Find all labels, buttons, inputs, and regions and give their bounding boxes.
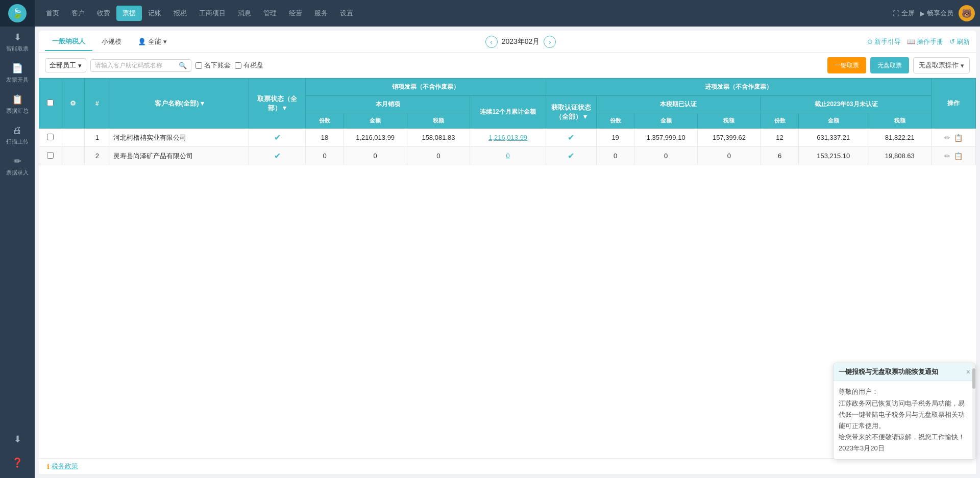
- row-checkbox-cell[interactable]: [39, 147, 62, 165]
- tab-nav-center: ‹ 2023年02月 ›: [485, 36, 556, 48]
- notification-title: 一键报税与无盘取票功能恢复通知: [839, 367, 938, 376]
- nav-operation[interactable]: 经营: [283, 6, 308, 21]
- row-nv-count: 6: [761, 147, 798, 165]
- sidebar-item-data-entry-label: 票据录入: [6, 169, 29, 177]
- col-month-tax-header: 税额: [407, 113, 470, 129]
- refresh-link[interactable]: ↺ 刷新: [949, 37, 970, 46]
- nav-bookkeeping[interactable]: 记账: [142, 6, 167, 21]
- main-area: 首页 客户 收费 票据 记账 报税 工商项目 消息 管理 经营 服务 设置 ⛶ …: [35, 0, 980, 478]
- sidebar-item-data-entry[interactable]: ✏ 票据录入: [0, 150, 35, 182]
- row-month-tax: 0: [407, 147, 470, 165]
- row-customer: 河北柯橹柟实业有限公司: [110, 129, 249, 147]
- tax-policy-link[interactable]: 税务政策: [52, 462, 78, 471]
- nav-receivable[interactable]: 收费: [91, 6, 116, 21]
- settings-icon[interactable]: ⚙: [70, 99, 76, 107]
- fetch-btn[interactable]: 一键取票: [827, 57, 866, 73]
- verify-check-icon: ✔: [568, 152, 574, 160]
- nav-tax[interactable]: 报税: [167, 6, 193, 21]
- filter-icon[interactable]: ▾: [583, 113, 587, 120]
- col-action-header: 操作: [932, 79, 976, 129]
- checkbox-tax[interactable]: [235, 62, 241, 69]
- view-icon[interactable]: 📋: [954, 134, 963, 142]
- guide-icon: ⊙: [867, 38, 873, 45]
- notification-header: 一键报税与无盘取票功能恢复通知 ×: [834, 363, 975, 381]
- no-disk-ops-btn[interactable]: 无盘取票操作 ▾: [913, 57, 970, 73]
- employee-select[interactable]: 全部员工 ▾: [45, 58, 86, 72]
- row-action-cell: ✏ 📋: [932, 147, 976, 165]
- col-num-header: #: [85, 79, 110, 129]
- sidebar-bottom: ⬇ ❓: [0, 429, 35, 478]
- sidebar-item-invoice-summary[interactable]: 📋 票据汇总: [0, 89, 35, 120]
- sidebar-item-issue-invoice-label: 发票开具: [6, 76, 29, 84]
- next-month-btn[interactable]: ›: [544, 36, 556, 48]
- sidebar-item-scan-upload[interactable]: 🖨 扫描上传: [0, 120, 35, 150]
- search-input[interactable]: [95, 62, 177, 69]
- sidebar-help-btn[interactable]: ❓: [0, 452, 35, 473]
- prev-month-btn[interactable]: ‹: [485, 36, 498, 48]
- notification-text: 尊敬的用户：江苏政务网已恢复访问电子税务局功能，易代账一键登陆电子税务局与无盘取…: [839, 386, 970, 454]
- filter-icon[interactable]: ▾: [201, 99, 204, 107]
- scroll-thumb: [972, 368, 975, 389]
- nav-message[interactable]: 消息: [232, 6, 257, 21]
- nav-management[interactable]: 管理: [257, 6, 283, 21]
- new-guide-link[interactable]: ⊙ 新手引导: [867, 37, 901, 46]
- nav-industry[interactable]: 工商项目: [193, 6, 232, 21]
- row-month-tax: 158,081.83: [407, 129, 470, 147]
- row-period-amount: 0: [634, 147, 698, 165]
- chevron-down-icon: ▾: [961, 62, 964, 69]
- sidebar-download-btn[interactable]: ⬇: [0, 429, 35, 449]
- row-status: ✔: [249, 147, 306, 165]
- chevron-down-icon: ▾: [163, 38, 167, 45]
- cumulative-link[interactable]: 1,216,013.99: [488, 134, 527, 141]
- checkbox-xia-label[interactable]: 名下账套: [195, 61, 231, 70]
- nav-invoice[interactable]: 票据: [116, 6, 142, 21]
- manual-link[interactable]: 📖 操作手册: [907, 37, 943, 46]
- checkbox-xia[interactable]: [195, 62, 202, 69]
- info-icon: ℹ: [47, 463, 50, 470]
- col-period-amount-header: 金额: [634, 113, 698, 129]
- tab-general[interactable]: 一般纳税人: [45, 33, 92, 51]
- issue-invoice-icon: 📄: [12, 63, 23, 74]
- avatar[interactable]: 🐻: [959, 5, 975, 21]
- sidebar-item-scan-upload-label: 扫描上传: [6, 138, 29, 145]
- sidebar-item-issue-invoice[interactable]: 📄 发票开具: [0, 58, 35, 89]
- row-action-cell: ✏ 📋: [932, 129, 976, 147]
- view-icon[interactable]: 📋: [954, 152, 963, 160]
- scroll-bar[interactable]: [972, 363, 975, 459]
- employee-label: 全部员工: [50, 61, 76, 70]
- status-check-icon: ✔: [274, 133, 281, 142]
- verify-status-header: 获取认证状态（全部） ▾: [546, 96, 596, 129]
- data-entry-icon: ✏: [14, 156, 21, 167]
- select-all-checkbox[interactable]: [47, 99, 54, 106]
- search-icon[interactable]: 🔍: [179, 62, 187, 69]
- tab-small[interactable]: 小规模: [94, 33, 129, 51]
- notification-close-btn[interactable]: ×: [966, 368, 970, 376]
- row-checkbox[interactable]: [47, 152, 54, 159]
- tab-all[interactable]: 👤 全能 ▾: [131, 33, 174, 51]
- checkbox-tax-label[interactable]: 有税盘: [235, 61, 263, 70]
- cumulative-link[interactable]: 0: [506, 152, 510, 160]
- fullscreen-icon: ⛶: [893, 10, 899, 17]
- no-disk-fetch-btn[interactable]: 无盘取票: [870, 57, 909, 73]
- edit-icon[interactable]: ✏: [944, 152, 950, 160]
- nav-home[interactable]: 首页: [40, 6, 65, 21]
- row-nv-tax: 19,808.63: [868, 147, 932, 165]
- person-icon: 👤: [138, 38, 146, 45]
- row-checkbox-cell[interactable]: [39, 129, 62, 147]
- nav-customer[interactable]: 客户: [65, 6, 91, 21]
- nav-service[interactable]: 服务: [308, 6, 334, 21]
- nav-settings[interactable]: 设置: [334, 6, 359, 21]
- row-checkbox[interactable]: [47, 134, 54, 140]
- row-cumulative: 0: [470, 147, 546, 165]
- fullscreen-btn[interactable]: ⛶ 全屏: [893, 9, 915, 18]
- smart-fetch-icon: ⬇: [14, 32, 21, 43]
- member-btn[interactable]: ▶ 畅享会员: [920, 9, 953, 18]
- col-customer-header: 客户名称(全部) ▾: [110, 79, 249, 129]
- tab-bar: 一般纳税人 小规模 👤 全能 ▾ ‹ 2023年02月 › ⊙ 新手引导 📖 操: [39, 31, 976, 53]
- sidebar-item-smart-fetch[interactable]: ⬇ 智能取票: [0, 27, 35, 58]
- filter-icon[interactable]: ▾: [283, 104, 286, 112]
- row-nv-tax: 81,822.21: [868, 129, 932, 147]
- edit-icon[interactable]: ✏: [944, 134, 950, 142]
- row-num: 1: [85, 129, 110, 147]
- row-verify-status: ✔: [546, 129, 596, 147]
